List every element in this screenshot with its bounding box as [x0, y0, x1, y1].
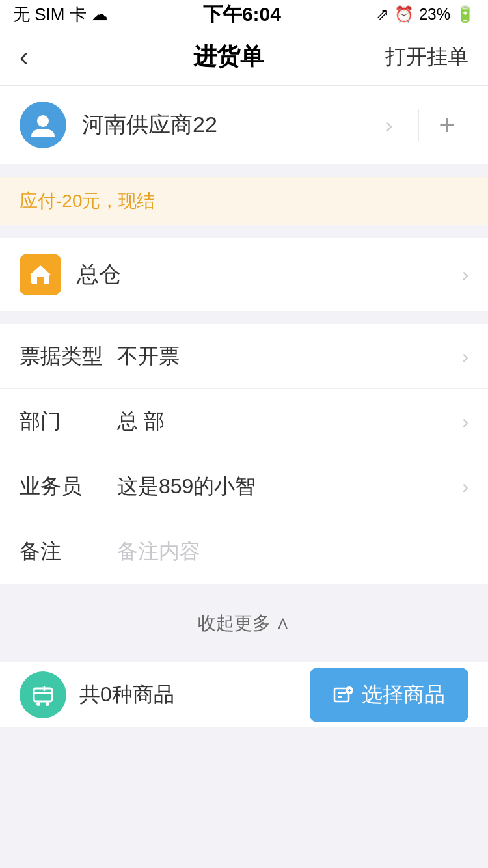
salesperson-value: 这是859的小智	[104, 472, 462, 501]
status-left: 无 SIM 卡 ☁	[13, 3, 108, 26]
back-button[interactable]: ‹	[20, 42, 72, 72]
department-label: 部门	[20, 407, 104, 436]
open-pending-button[interactable]: 打开挂单	[385, 43, 468, 72]
nav-bar: ‹ 进货单 打开挂单	[0, 29, 488, 86]
select-product-button[interactable]: 选择商品	[310, 668, 468, 722]
add-supplier-button[interactable]: +	[426, 109, 468, 141]
collapse-label: 收起更多 ∧	[198, 611, 291, 636]
invoice-type-value: 不开票	[104, 342, 462, 371]
sim-status: 无 SIM 卡 ☁	[13, 3, 108, 26]
supplier-name: 河南供应商22	[82, 110, 386, 140]
salesperson-chevron-icon: ›	[462, 476, 468, 498]
main-content: 河南供应商22 › + 应付-20元，现结 总仓 › 票据类型	[0, 86, 488, 868]
supplier-avatar	[20, 102, 66, 148]
location-icon: ⇗	[376, 5, 389, 23]
invoice-type-label: 票据类型	[20, 342, 104, 371]
department-row[interactable]: 部门 总 部 ›	[0, 389, 488, 454]
alarm-icon: ⏰	[394, 5, 414, 23]
invoice-type-row[interactable]: 票据类型 不开票 ›	[0, 324, 488, 389]
salesperson-row[interactable]: 业务员 这是859的小智 ›	[0, 454, 488, 519]
supplier-row[interactable]: 河南供应商22 › +	[0, 86, 488, 164]
warehouse-row[interactable]: 总仓 ›	[0, 238, 488, 311]
user-icon	[30, 112, 56, 138]
note-row[interactable]: 备注 备注内容	[0, 519, 488, 584]
cart-icon-wrap	[20, 671, 66, 718]
supplier-chevron-icon: ›	[386, 113, 393, 137]
note-input[interactable]: 备注内容	[104, 537, 468, 566]
svg-point-7	[46, 702, 49, 706]
page-title: 进货单	[193, 41, 264, 73]
svg-point-6	[36, 702, 40, 706]
form-section: 票据类型 不开票 › 部门 总 部 › 业务员 这是859的小智 › 备注 备注…	[0, 324, 488, 584]
item-count: 共0种商品	[79, 681, 310, 709]
supplier-section: 河南供应商22 › +	[0, 86, 488, 164]
department-value: 总 部	[104, 407, 462, 436]
battery-icon: 🔋	[455, 5, 475, 23]
page-spacer	[0, 727, 488, 868]
svg-point-0	[37, 115, 49, 127]
svg-rect-3	[37, 277, 44, 284]
divider	[418, 109, 419, 141]
status-time: 下午6:04	[203, 1, 281, 28]
select-product-icon	[333, 685, 354, 705]
notice-banner: 应付-20元，现结	[0, 177, 488, 225]
warehouse-icon-wrap	[20, 254, 61, 295]
collapse-button[interactable]: 收起更多 ∧	[0, 597, 488, 649]
warehouse-section: 总仓 ›	[0, 238, 488, 311]
warehouse-name: 总仓	[77, 260, 462, 290]
notice-text: 应付-20元，现结	[20, 191, 155, 211]
svg-marker-2	[30, 265, 51, 275]
svg-rect-4	[34, 688, 52, 701]
invoice-type-chevron-icon: ›	[462, 346, 468, 368]
department-chevron-icon: ›	[462, 411, 468, 433]
status-bar: 无 SIM 卡 ☁ 下午6:04 ⇗ ⏰ 23% 🔋	[0, 0, 488, 29]
cart-icon	[30, 682, 56, 708]
status-right: ⇗ ⏰ 23% 🔋	[376, 5, 475, 23]
bottom-bar: 共0种商品 选择商品	[0, 662, 488, 727]
note-label: 备注	[20, 537, 104, 566]
battery-level: 23%	[419, 5, 450, 23]
select-product-label: 选择商品	[362, 681, 445, 709]
warehouse-chevron-icon: ›	[462, 264, 468, 286]
salesperson-label: 业务员	[20, 472, 104, 501]
warehouse-icon	[29, 263, 52, 286]
